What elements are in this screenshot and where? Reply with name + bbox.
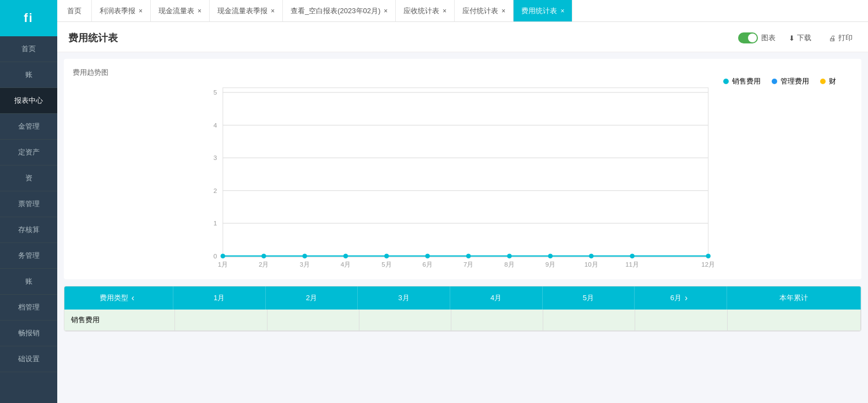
cell-m6 bbox=[635, 310, 727, 330]
svg-text:4: 4 bbox=[214, 122, 217, 129]
tab-receivable[interactable]: 应收统计表 × bbox=[396, 0, 455, 21]
col-header-type: 费用类型 ‹ bbox=[64, 286, 173, 310]
cell-m1 bbox=[175, 310, 267, 330]
chart-section: 费用趋势图 销售费用 管理费用 财 bbox=[64, 59, 861, 279]
svg-text:7月: 7月 bbox=[463, 261, 474, 268]
sidebar-item-account[interactable]: 账 bbox=[0, 62, 57, 88]
svg-point-24 bbox=[706, 253, 711, 258]
nav-prev-button[interactable]: ‹ bbox=[128, 293, 138, 303]
svg-rect-12 bbox=[223, 88, 708, 257]
chart-toggle-wrap: 图表 bbox=[738, 32, 776, 43]
close-tab-blank-report[interactable]: × bbox=[384, 8, 387, 14]
sidebar-item-file[interactable]: 档管理 bbox=[0, 295, 57, 321]
svg-point-20 bbox=[507, 253, 512, 258]
header-actions: 图表 ⬇ 下载 🖨 打印 bbox=[738, 31, 857, 45]
sidebar-item-fund[interactable]: 金管理 bbox=[0, 114, 57, 140]
svg-text:12月: 12月 bbox=[701, 261, 715, 268]
svg-text:3: 3 bbox=[214, 154, 217, 161]
col-header-m4: 4月 bbox=[450, 286, 543, 310]
sidebar-item-settings[interactable]: 础设置 bbox=[0, 346, 57, 372]
col-header-m6: 6月 › bbox=[635, 286, 727, 310]
tab-payable[interactable]: 应付统计表 × bbox=[455, 0, 514, 21]
sidebar-item-home[interactable]: 首页 bbox=[0, 36, 57, 62]
print-icon: 🖨 bbox=[829, 34, 836, 42]
table-header-row: 费用类型 ‹ 1月 2月 3月 4月 5月 6月 › 本年累计 bbox=[64, 286, 861, 310]
col-header-m1: 1月 bbox=[173, 286, 266, 310]
svg-text:5月: 5月 bbox=[381, 261, 392, 268]
svg-text:3月: 3月 bbox=[299, 261, 310, 268]
close-tab-payable[interactable]: × bbox=[501, 8, 505, 14]
svg-point-19 bbox=[466, 253, 471, 258]
cell-m4 bbox=[451, 310, 543, 330]
download-icon: ⬇ bbox=[789, 34, 795, 42]
close-tab-expense-stats[interactable]: × bbox=[560, 8, 564, 14]
svg-text:8月: 8月 bbox=[504, 261, 515, 268]
tab-expense-stats[interactable]: 费用统计表 × bbox=[514, 0, 572, 21]
svg-text:1: 1 bbox=[214, 219, 217, 227]
tab-home[interactable]: 首页 bbox=[57, 0, 92, 21]
print-button[interactable]: 🖨 打印 bbox=[825, 31, 857, 45]
chart-svg: 5 4 3 2 1 0 bbox=[73, 82, 853, 269]
svg-text:11月: 11月 bbox=[625, 261, 639, 268]
col-header-m3: 3月 bbox=[358, 286, 450, 310]
svg-point-23 bbox=[630, 253, 635, 258]
sidebar: fi 首页 账 报表中心 金管理 定资产 资 票管理 存核算 务管理 账 档管理… bbox=[0, 0, 57, 403]
svg-point-14 bbox=[261, 253, 266, 258]
chart-wrapper: 5 4 3 2 1 0 bbox=[73, 82, 853, 270]
table-row: 销售费用 bbox=[64, 310, 861, 331]
sidebar-item-service[interactable]: 务管理 bbox=[0, 243, 57, 269]
svg-point-18 bbox=[425, 253, 430, 258]
sidebar-item-report-center[interactable]: 报表中心 bbox=[0, 88, 57, 114]
sidebar-item-capital[interactable]: 资 bbox=[0, 165, 57, 191]
page-header: 费用统计表 图表 ⬇ 下载 🖨 打印 bbox=[57, 22, 868, 52]
svg-text:2月: 2月 bbox=[259, 261, 269, 268]
close-tab-cashflow[interactable]: × bbox=[198, 8, 201, 14]
close-tab-cashflow-quarter[interactable]: × bbox=[271, 8, 275, 14]
sidebar-item-fixed-assets[interactable]: 定资产 bbox=[0, 140, 57, 165]
chart-toggle-label: 图表 bbox=[761, 33, 776, 43]
tab-profit[interactable]: 利润表季报 × bbox=[92, 0, 151, 21]
cell-m2 bbox=[268, 310, 359, 330]
close-tab-receivable[interactable]: × bbox=[443, 8, 446, 14]
data-table: 费用类型 ‹ 1月 2月 3月 4月 5月 6月 › 本年累计 销售费用 bbox=[64, 286, 861, 332]
sidebar-item-inventory[interactable]: 存核算 bbox=[0, 217, 57, 243]
svg-point-21 bbox=[548, 253, 553, 258]
svg-text:1月: 1月 bbox=[218, 261, 228, 268]
svg-text:4月: 4月 bbox=[341, 261, 351, 268]
svg-text:2: 2 bbox=[214, 187, 217, 194]
sidebar-item-expense[interactable]: 畅报销 bbox=[0, 321, 57, 346]
sidebar-logo: fi bbox=[0, 0, 57, 36]
svg-text:9月: 9月 bbox=[545, 261, 556, 268]
nav-next-button[interactable]: › bbox=[681, 293, 691, 303]
tab-cashflow[interactable]: 现金流量表 × bbox=[151, 0, 210, 21]
svg-point-17 bbox=[384, 253, 389, 258]
svg-point-13 bbox=[221, 253, 226, 258]
sidebar-item-bill[interactable]: 账 bbox=[0, 269, 57, 295]
svg-text:10月: 10月 bbox=[585, 261, 598, 268]
tab-bar: 首页 利润表季报 × 现金流量表 × 现金流量表季报 × 查看_空白报表(202… bbox=[57, 0, 868, 22]
cell-type: 销售费用 bbox=[64, 310, 175, 330]
svg-point-16 bbox=[343, 253, 348, 258]
cell-ytd bbox=[728, 310, 861, 330]
page-title: 费用统计表 bbox=[68, 31, 118, 45]
main-area: 首页 利润表季报 × 现金流量表 × 现金流量表季报 × 查看_空白报表(202… bbox=[57, 0, 868, 403]
cell-m5 bbox=[543, 310, 635, 330]
close-tab-profit[interactable]: × bbox=[139, 8, 143, 14]
svg-text:0: 0 bbox=[214, 252, 217, 260]
svg-point-15 bbox=[302, 253, 307, 258]
svg-text:5: 5 bbox=[214, 89, 217, 96]
download-button[interactable]: ⬇ 下载 bbox=[784, 31, 816, 45]
content-area: 费用统计表 图表 ⬇ 下载 🖨 打印 费用趋势图 bbox=[57, 22, 868, 403]
tab-blank-report[interactable]: 查看_空白报表(2023年02月) × bbox=[283, 0, 396, 21]
col-header-ytd: 本年累计 bbox=[727, 286, 861, 310]
chart-toggle[interactable] bbox=[738, 32, 758, 43]
cell-m3 bbox=[359, 310, 451, 330]
tab-cashflow-quarter[interactable]: 现金流量表季报 × bbox=[210, 0, 283, 21]
svg-text:6月: 6月 bbox=[423, 261, 433, 268]
svg-point-22 bbox=[589, 253, 594, 258]
sidebar-item-ticket[interactable]: 票管理 bbox=[0, 191, 57, 217]
col-header-m5: 5月 bbox=[543, 286, 635, 310]
col-header-m2: 2月 bbox=[266, 286, 358, 310]
